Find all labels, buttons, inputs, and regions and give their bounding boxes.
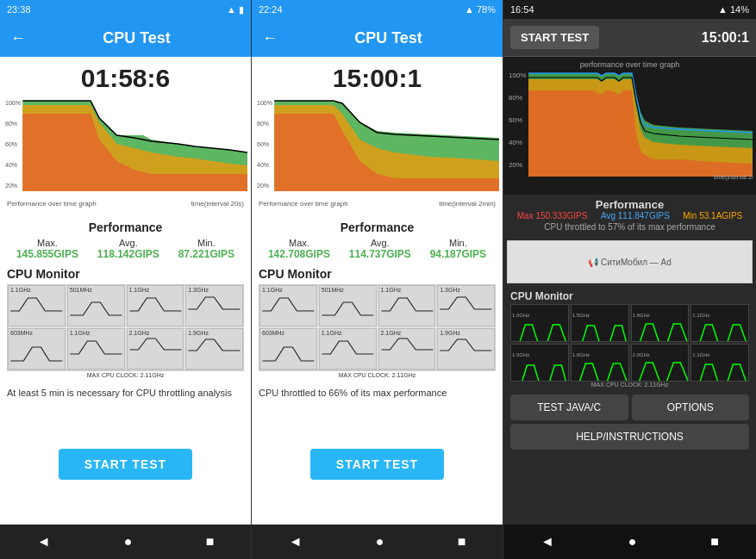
start-button-2[interactable]: START TEST bbox=[310, 449, 444, 480]
cpu-max-label-3: MAX CPU CLOCK: 2.11GHz bbox=[510, 382, 749, 388]
svg-text:20%: 20% bbox=[257, 183, 269, 189]
battery-icon-2: ▲ 78% bbox=[465, 4, 496, 15]
nav-home-3[interactable]: ● bbox=[628, 534, 637, 550]
panel-2: 22:24 ▲ 78% ← CPU Test 15:00:1 100% 80% … bbox=[252, 0, 503, 559]
svg-text:60%: 60% bbox=[5, 141, 17, 147]
ad-text-3: 📢 СитиМобил — Ad bbox=[588, 258, 672, 267]
perf-graph-3: performance over time graph 100% 80% 60%… bbox=[503, 57, 756, 195]
start-btn-area-1: START TEST bbox=[0, 403, 251, 525]
cpu-core-3-6: 1.6GHz bbox=[571, 344, 629, 382]
start-button-1[interactable]: START TEST bbox=[59, 449, 192, 480]
perf-row-1: Max. 145.855GIPS Avg. 118.142GIPS Min. 8… bbox=[7, 238, 244, 260]
perf-max-2: Max. 142.708GIPS bbox=[268, 238, 330, 260]
cpu-grid-1: 1.1GHz 501MHz 1.1GHz 1.3GHz 603MHz 1.1GH… bbox=[7, 284, 244, 370]
graph-time-label-1: time(interval 20s) bbox=[191, 200, 244, 208]
perf-graph-1: 100% 80% 60% 40% 20% Performance over ti… bbox=[0, 96, 251, 217]
time-2: 22:24 bbox=[259, 4, 283, 15]
cpu-core-1-7: 2.1GHz bbox=[127, 328, 184, 370]
status-msg-2: CPU throttled to 66% of its max performa… bbox=[252, 382, 503, 403]
throttle-msg-3: CPU throttled to 57% of its max performa… bbox=[510, 220, 749, 233]
options-btn-3[interactable]: OPTIONS bbox=[632, 394, 750, 420]
svg-text:20%: 20% bbox=[5, 183, 17, 189]
cpu-core-2-4: 1.3GHz bbox=[437, 285, 495, 326]
status-icons-2: ▲ 78% bbox=[465, 4, 496, 15]
svg-text:100%: 100% bbox=[257, 100, 272, 106]
perf-avg-3: Avg 111.847GIPS bbox=[601, 211, 670, 220]
cpu-monitor-1: CPU Monitor 1.1GHz 501MHz 1.1GHz 1.3GHz … bbox=[0, 264, 251, 382]
perf-min-1: Min. 87.221GIPS bbox=[178, 238, 234, 260]
nav-back-3[interactable]: ◄ bbox=[540, 534, 554, 550]
panel-1: 23:38 ▲ ▮ ← CPU Test 01:58:6 100% 80% 60… bbox=[0, 0, 252, 559]
nav-home-2[interactable]: ● bbox=[376, 534, 384, 550]
graph-label-3: performance over time graph bbox=[507, 60, 753, 69]
cpu-core-1-8: 1.9GHz bbox=[185, 328, 243, 370]
graph-bottom-label-1: Performance over time graph bbox=[7, 200, 97, 208]
nav-recent-3[interactable]: ■ bbox=[710, 534, 719, 550]
perf-min-3: Min 53.1AGIPS bbox=[683, 211, 742, 220]
cpu-max-label-1: MAX CPU CLOCK: 2.11GHz bbox=[7, 370, 244, 379]
svg-text:40%: 40% bbox=[509, 139, 522, 146]
perf-min-2: Min. 94.187GIPS bbox=[430, 238, 486, 260]
graph-time-label-2: time(interval 2min) bbox=[439, 200, 496, 208]
svg-text:40%: 40% bbox=[257, 162, 269, 168]
start-test-btn-3[interactable]: START TEST bbox=[510, 26, 599, 49]
perf-values-3: Max 150.333GIPS Avg 111.847GIPS Min 53.1… bbox=[510, 211, 749, 220]
cpu-core-3-5: 1.0GHz bbox=[510, 344, 569, 382]
cpu-core-3-3: 1.6GHz bbox=[631, 304, 690, 342]
perf-stats-2: Performance Max. 142.708GIPS Avg. 114.73… bbox=[252, 217, 503, 264]
panel-3: 16:54 ▲ 14% START TEST 15:00:1 performan… bbox=[503, 0, 756, 559]
back-button-2[interactable]: ← bbox=[262, 29, 278, 47]
app-bar-1: ← CPU Test bbox=[0, 19, 251, 57]
graph-svg-1: 100% 80% 60% 40% 20% bbox=[3, 96, 247, 200]
cpu-core-3-8: 1.1GHz bbox=[690, 344, 749, 382]
cpu-monitor-title-1: CPU Monitor bbox=[7, 267, 244, 281]
cpu-grid-2: 1.1GHz 501MHz 1.1GHz 1.3GHz 603MHz 1.1GH… bbox=[259, 284, 496, 370]
nav-back-1[interactable]: ◄ bbox=[37, 534, 51, 550]
svg-text:80%: 80% bbox=[5, 121, 17, 127]
app-title-2: CPU Test bbox=[284, 29, 492, 47]
cpu-core-2-5: 603MHz bbox=[259, 328, 317, 370]
cpu-core-3-2: 1.5GHz bbox=[571, 304, 629, 342]
nav-back-2[interactable]: ◄ bbox=[289, 534, 303, 550]
back-button-1[interactable]: ← bbox=[10, 29, 26, 47]
ad-banner-3: 📢 СитиМобил — Ad bbox=[507, 240, 753, 283]
status-icons-3: ▲ 14% bbox=[718, 4, 749, 15]
nav-recent-1[interactable]: ■ bbox=[206, 534, 215, 550]
perf-avg-2: Avg. 114.737GIPS bbox=[349, 238, 411, 260]
perf-stats-1: Performance Max. 145.855GIPS Avg. 118.14… bbox=[0, 217, 251, 264]
app-bar-2: ← CPU Test bbox=[252, 19, 503, 57]
cpu-core-3-1: 1.0GHz bbox=[510, 304, 569, 342]
help-instructions-btn-3[interactable]: HELP/INSTRUCTIONS bbox=[510, 424, 749, 450]
perf-title-3: Performance bbox=[510, 198, 749, 211]
svg-text:60%: 60% bbox=[509, 116, 522, 124]
graph-bottom-label-2: Performance over time graph bbox=[259, 200, 348, 208]
cpu-core-1-1: 1.1GHz bbox=[8, 285, 66, 326]
svg-text:20%: 20% bbox=[509, 161, 522, 169]
app-title-1: CPU Test bbox=[33, 29, 241, 47]
svg-text:40%: 40% bbox=[5, 162, 17, 168]
cpu-monitor-title-2: CPU Monitor bbox=[259, 267, 496, 281]
status-icons-1: ▲ ▮ bbox=[227, 4, 244, 16]
perf-title-1: Performance bbox=[7, 220, 244, 234]
svg-text:100%: 100% bbox=[509, 71, 526, 79]
time-1: 23:38 bbox=[7, 4, 31, 15]
svg-text:80%: 80% bbox=[257, 121, 269, 127]
perf-title-2: Performance bbox=[259, 220, 496, 234]
cpu-title-3: CPU Monitor bbox=[510, 290, 749, 302]
cpu-core-1-2: 501MHz bbox=[67, 285, 125, 326]
status-bar-3: 16:54 ▲ 14% bbox=[503, 0, 756, 19]
cpu-core-3-7: 2.0GHz bbox=[631, 344, 690, 382]
test-java-btn-3[interactable]: TEST JAVA/C bbox=[510, 394, 628, 420]
nav-home-1[interactable]: ● bbox=[124, 534, 133, 550]
perf-graph-2: 100% 80% 60% 40% 20% Performance over ti… bbox=[252, 96, 503, 217]
timer-1: 01:58:6 bbox=[0, 57, 251, 96]
nav-recent-2[interactable]: ■ bbox=[458, 534, 466, 550]
battery-icon-1: ▲ ▮ bbox=[227, 4, 244, 16]
cpu-core-2-8: 1.9GHz bbox=[437, 328, 495, 370]
status-bar-1: 23:38 ▲ ▮ bbox=[0, 0, 251, 19]
perf-section-3: Performance Max 150.333GIPS Avg 111.847G… bbox=[503, 195, 756, 237]
svg-text:60%: 60% bbox=[257, 141, 269, 147]
cpu-max-label-2: MAX CPU CLOCK: 2.11GHz bbox=[259, 370, 496, 379]
graph-svg-3: 100% 80% 60% 40% 20% time(interval 2min) bbox=[507, 69, 753, 181]
cpu-core-2-7: 2.1GHz bbox=[378, 328, 436, 370]
